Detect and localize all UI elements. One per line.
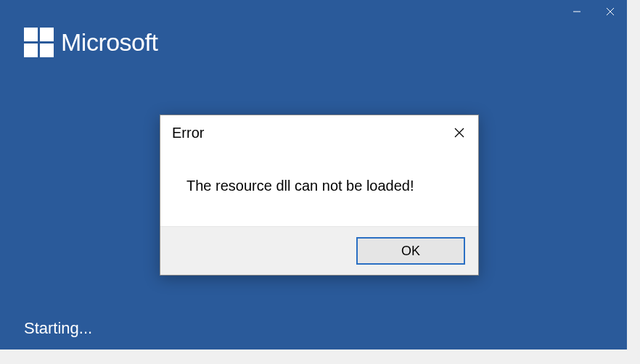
status-text: Starting... bbox=[24, 319, 92, 338]
minimize-button[interactable] bbox=[560, 0, 594, 23]
close-button[interactable] bbox=[594, 0, 627, 23]
brand: Microsoft bbox=[24, 28, 157, 57]
titlebar-controls bbox=[560, 0, 627, 23]
close-icon bbox=[606, 7, 615, 16]
dialog-close-button[interactable] bbox=[448, 121, 471, 144]
dialog-footer: OK bbox=[160, 226, 478, 275]
dialog-header: Error bbox=[160, 115, 478, 150]
close-icon bbox=[454, 127, 465, 138]
minimize-icon bbox=[573, 7, 581, 16]
dialog-title: Error bbox=[172, 125, 204, 141]
error-dialog: Error The resource dll can not be loaded… bbox=[160, 115, 479, 276]
brand-name: Microsoft bbox=[61, 28, 157, 57]
microsoft-logo-icon bbox=[24, 28, 54, 57]
ok-button[interactable]: OK bbox=[356, 237, 465, 265]
installer-window: Microsoft Starting... Error The resource… bbox=[0, 0, 627, 349]
dialog-message: The resource dll can not be loaded! bbox=[160, 150, 478, 226]
